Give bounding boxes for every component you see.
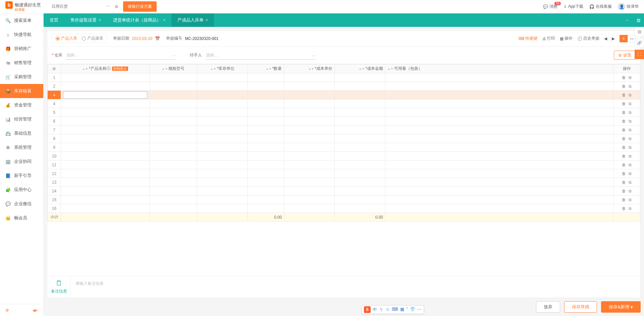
copy-row-icon[interactable]: ⧉ (629, 128, 632, 132)
table-row[interactable]: 13🗑⧉ (48, 178, 640, 187)
copy-row-icon[interactable]: ⧉ (629, 180, 632, 185)
shortcut-link[interactable]: ⌨快捷键 (519, 36, 537, 41)
ellipsis-icon[interactable]: … (311, 52, 315, 58)
save-new-button[interactable]: 保存&新增▾ (601, 301, 641, 313)
delete-row-icon[interactable]: 🗑 (622, 75, 626, 80)
sidebar-item-9[interactable]: ⚙系统管理 (0, 140, 43, 154)
col-product-name[interactable]: ▲▼*产品名称ⓘ扫码录入 (61, 64, 150, 73)
col-available[interactable]: ▲▼可用量（包装） (385, 64, 613, 73)
tab-close-icon[interactable]: × (206, 18, 208, 22)
col-settings[interactable]: ⚙ (48, 64, 61, 73)
table-row[interactable]: 6🗑⧉ (48, 117, 640, 126)
sidebar-item-4[interactable]: 🛒采购管理 (0, 70, 43, 84)
col-amount[interactable]: ▲▼*成本金额 (335, 64, 385, 73)
sidebar-item-0[interactable]: 🔍搜索菜单 (0, 13, 43, 28)
copy-row-icon[interactable]: ⧉ (629, 110, 632, 115)
rail-expand-icon[interactable]: ⛶ (635, 50, 644, 59)
delete-row-icon[interactable]: 🗑 (622, 154, 626, 159)
copy-row-icon[interactable]: ⧉ (629, 84, 632, 89)
col-unit[interactable]: ▲▼*库存单位 (197, 64, 248, 73)
prev-doc-button[interactable]: ◀ (604, 36, 607, 41)
copy-row-icon[interactable]: ⧉ (629, 75, 632, 80)
support-link[interactable]: 🎧 在线客服 (589, 4, 612, 9)
help-icon[interactable]: ⓘ (107, 66, 111, 71)
copy-row-icon[interactable]: ⧉ (629, 136, 632, 141)
doc-date[interactable]: 2023-03-20 (132, 36, 152, 41)
delete-row-icon[interactable]: 🗑 (622, 84, 626, 89)
remark-input[interactable]: 请输入备注信息 (71, 276, 640, 298)
radio-stock-in[interactable]: 产品入库 (56, 36, 77, 41)
sidebar-item-13[interactable]: 💬企业微信 (0, 197, 43, 211)
operate-link[interactable]: ▦操作 (560, 36, 573, 41)
table-row[interactable]: 9🗑⧉ (48, 143, 640, 152)
copy-row-icon[interactable]: ⧉ (629, 119, 632, 124)
sidebar-item-10[interactable]: 🏢企业协同 (0, 154, 43, 169)
tab-3[interactable]: 产成品入库单× (171, 13, 214, 27)
copy-row-icon[interactable]: ⧉ (629, 171, 632, 176)
table-row[interactable]: 2🗑⧉ (48, 82, 640, 91)
sidebar-item-3[interactable]: 🛍销售管理 (0, 56, 43, 70)
messages-link[interactable]: 💬 消息 70 (543, 4, 557, 9)
ime-key[interactable]: ㄅ (379, 307, 383, 313)
copy-row-icon[interactable]: ⧉ (629, 93, 632, 97)
delete-row-icon[interactable]: 🗑 (622, 197, 626, 202)
tab-minimize-button[interactable]: – (621, 13, 633, 27)
ime-key[interactable]: ▦ (400, 307, 404, 313)
ime-key[interactable]: ⌨ (392, 307, 398, 313)
delete-row-icon[interactable]: 🗑 (622, 101, 626, 106)
warehouse-select[interactable]: 选择…… (66, 51, 176, 60)
tab-0[interactable]: 首页 (44, 13, 64, 27)
delete-row-icon[interactable]: 🗑 (622, 93, 626, 97)
delete-row-icon[interactable]: 🗑 (622, 206, 626, 211)
print-link[interactable]: 🖨打印 (542, 36, 555, 41)
ime-key[interactable]: 👕 (410, 307, 415, 313)
sidebar-item-5[interactable]: 📦库存核算 (0, 84, 43, 98)
app-download-link[interactable]: ⇩ App下载 (564, 4, 583, 9)
category-select[interactable]: 日用百货 ﹀ (49, 2, 113, 11)
rail-link-icon[interactable]: 🔗 (635, 38, 644, 48)
copy-row-icon[interactable]: ⧉ (629, 189, 632, 193)
ime-key[interactable]: 中 (373, 307, 377, 313)
add-row-icon[interactable]: + (51, 92, 57, 98)
sidebar-settings-icon[interactable]: ⚙ (5, 308, 9, 313)
delete-row-icon[interactable]: 🗑 (622, 171, 626, 176)
copy-row-icon[interactable]: ⧉ (629, 154, 632, 159)
sidebar-item-8[interactable]: 📇基础信息 (0, 126, 43, 140)
sidebar-item-12[interactable]: 🧩应用中心 (0, 183, 43, 197)
view-list-button[interactable]: ≡ (620, 35, 628, 42)
delete-row-icon[interactable]: 🗑 (622, 180, 626, 185)
ellipsis-icon[interactable]: … (172, 52, 176, 58)
copy-row-icon[interactable]: ⧉ (629, 206, 632, 211)
sidebar-item-1[interactable]: ⌂快捷导航 (0, 28, 43, 42)
table-row[interactable]: 1🗑⧉ (48, 73, 640, 82)
next-doc-button[interactable]: ▶ (612, 36, 615, 41)
table-row[interactable]: 14🗑⧉ (48, 187, 640, 195)
table-row[interactable]: 7🗑⧉ (48, 126, 640, 134)
ime-key[interactable]: ⋯ (417, 307, 422, 313)
ime-toolbar[interactable]: S 中ㄅ☺⌨▦ᵀ👕⋯ (362, 305, 424, 314)
tab-1[interactable]: 售价提取设置× (64, 13, 107, 27)
col-price[interactable]: ▲▼*成本单价 (284, 64, 335, 73)
table-row[interactable]: 16🗑⧉ (48, 204, 640, 213)
handler-select[interactable]: 选择…… (205, 51, 316, 60)
ime-key[interactable]: ☺ (385, 307, 390, 313)
copy-row-icon[interactable]: ⧉ (629, 101, 632, 106)
save-draft-button[interactable]: 保存草稿 (564, 301, 597, 313)
calendar-icon[interactable]: 📅 (155, 36, 160, 41)
product-name-input[interactable] (63, 91, 147, 99)
table-row[interactable]: 10🗑⧉ (48, 152, 640, 161)
copy-row-icon[interactable]: ⧉ (629, 163, 632, 167)
table-row[interactable]: 4🗑⧉ (48, 99, 640, 108)
delete-row-icon[interactable]: 🗑 (622, 110, 626, 115)
tab-2[interactable]: 进货单统计表（按商品）× (107, 13, 171, 27)
category-gear-icon[interactable]: ⚙ (115, 4, 118, 9)
table-row[interactable]: 5🗑⧉ (48, 108, 640, 117)
table-row[interactable]: 12🗑⧉ (48, 169, 640, 178)
table-row[interactable]: 15🗑⧉ (48, 195, 640, 204)
sidebar-item-6[interactable]: 💰资金管理 (0, 98, 43, 112)
table-row[interactable]: 11🗑⧉ (48, 161, 640, 169)
delete-row-icon[interactable]: 🗑 (622, 189, 626, 193)
tab-close-icon[interactable]: × (163, 18, 165, 22)
table-row[interactable]: 8🗑⧉ (48, 134, 640, 143)
copy-row-icon[interactable]: ⧉ (629, 197, 632, 202)
